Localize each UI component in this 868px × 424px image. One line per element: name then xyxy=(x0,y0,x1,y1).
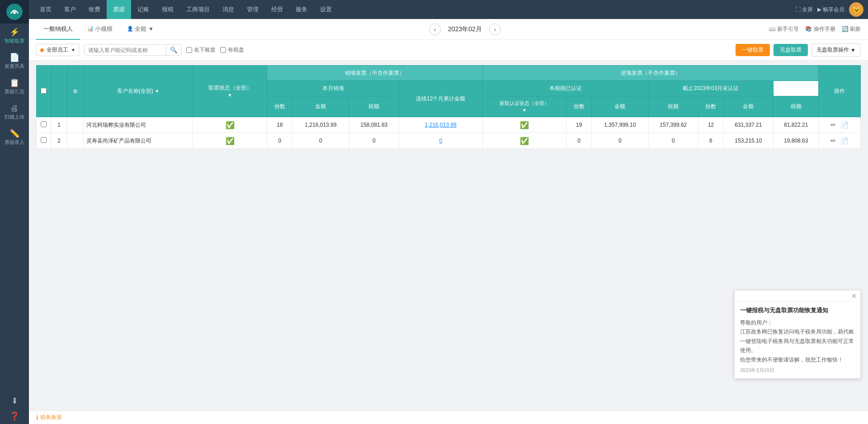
table-body: 1 河北柯瑞桦实业有限公司 ✅ 18 1,216,013.99 158,081.… xyxy=(37,117,861,149)
tabs-row: 一般纳税人 📊 小规模 👤 全能 ▼ ‹ 2023年02月 › xyxy=(29,19,868,40)
more-ops-icon: ▼ xyxy=(850,47,856,53)
row-sales-12m-0: 1,216,013.99 xyxy=(399,117,482,133)
th-uncert-tax: 税额 xyxy=(774,96,819,117)
nav-operation[interactable]: 经营 xyxy=(265,0,289,19)
printer-icon: 🖨 xyxy=(10,104,19,112)
all-icon: 👤 xyxy=(127,26,133,32)
nav-home[interactable]: 首页 xyxy=(33,0,58,19)
prev-period-btn[interactable]: ‹ xyxy=(429,24,441,35)
row-cert-count-0: 19 xyxy=(566,117,592,133)
sidebar-item-data-entry[interactable]: ✏️ 票据录入 xyxy=(0,125,29,150)
user-avatar[interactable]: 🐱 xyxy=(849,2,863,17)
nav-settings[interactable]: 设置 xyxy=(314,0,338,19)
row-sales-12m-1: 0 xyxy=(399,133,482,149)
th-uncert-amount: 金额 xyxy=(723,96,773,117)
clipboard-icon: 📋 xyxy=(9,79,19,87)
view-btn-0[interactable]: 📄 xyxy=(839,120,850,129)
sales-12m-link-0[interactable]: 1,216,013.99 xyxy=(425,122,457,128)
staff-dropdown-icon: ▼ xyxy=(71,48,75,52)
cert-filter-icon[interactable]: ▼ xyxy=(522,108,527,113)
row-status-0: ✅ xyxy=(193,117,267,133)
tax-disk-checkbox-label[interactable]: 有税盘 xyxy=(220,46,244,54)
info-icon: ℹ xyxy=(36,414,38,421)
row-checkbox-1[interactable] xyxy=(41,137,47,143)
one-click-fetch-btn[interactable]: 一键取票 xyxy=(736,44,770,56)
sales-12m-link-1[interactable]: 0 xyxy=(439,138,442,144)
th-cert-status: 获取认证状态（全部） ▼ xyxy=(482,96,566,117)
row-sales-tax-1: 0 xyxy=(349,133,399,149)
more-ops-btn[interactable]: 无盘取票操作 ▼ xyxy=(811,43,861,57)
notif-apology: 给您带来的不便敬请谅解，祝您工作愉快！ xyxy=(740,355,855,364)
nav-client[interactable]: 客户 xyxy=(58,0,82,19)
new-guide-btn[interactable]: 📖 新手引导 xyxy=(769,25,799,33)
refresh-btn[interactable]: 🔄 刷新 xyxy=(842,25,861,33)
guide-icon: 📖 xyxy=(769,26,776,32)
tax-policy-link[interactable]: ℹ 税务政策 xyxy=(36,414,861,421)
select-all-checkbox[interactable] xyxy=(41,88,47,94)
notif-close-btn[interactable]: ✕ xyxy=(851,292,857,300)
notif-date: 2023年3月20日 xyxy=(740,367,855,374)
row-uncert-tax-1: 19,808.63 xyxy=(774,133,819,149)
member-btn[interactable]: ▶ 畅享会员 xyxy=(817,6,844,14)
search-input[interactable] xyxy=(85,45,166,55)
tab-all-more[interactable]: ▼ xyxy=(148,26,154,32)
notif-main-text: 江苏政务网已恢复访问电子税务局功能，易代账一键登陆电子税务局与无盘取票相关功能可… xyxy=(740,327,855,355)
nav-invoice[interactable]: 票据 xyxy=(107,0,131,19)
view-btn-1[interactable]: 📄 xyxy=(839,136,850,145)
cert-status-icon-1: ✅ xyxy=(520,137,529,145)
nav-biz[interactable]: 工商项目 xyxy=(180,0,216,19)
sidebar-item-invoice-summary[interactable]: 📋 票据汇总 xyxy=(0,74,29,100)
nav-message[interactable]: 消息 xyxy=(216,0,241,19)
tab-small[interactable]: 📊 小规模 xyxy=(80,19,120,40)
row-checkbox-cell xyxy=(37,133,51,149)
sidebar-item-help[interactable]: ❓ xyxy=(0,409,29,424)
notif-title: 一键报税与无盘取票功能恢复通知 xyxy=(740,306,855,314)
staff-select[interactable]: 全部员工 ▼ xyxy=(36,44,80,56)
th-sales-12m: 连续12个月累计金额 xyxy=(399,81,482,117)
app-logo[interactable] xyxy=(0,0,29,24)
sidebar-item-invoice-open[interactable]: 📄 发票开具 xyxy=(0,49,29,74)
manual-btn[interactable]: 📚 操作手册 xyxy=(805,25,835,33)
sidebar-item-scan-upload[interactable]: 🖨 扫描上传 xyxy=(0,100,29,125)
status-filter-icon[interactable]: ▼ xyxy=(228,93,232,98)
th-purchase-certified: 本税期已认证 xyxy=(482,81,648,96)
th-purchase-group: 进项发票（不含作废票） xyxy=(482,66,819,81)
tax-disk-checkbox[interactable] xyxy=(220,47,226,53)
sidebar-item-smart-fetch[interactable]: ⚡ 智能取票 xyxy=(0,24,29,49)
edit-btn-1[interactable]: ✏ xyxy=(829,136,838,145)
next-period-btn[interactable]: › xyxy=(489,24,501,35)
row-action-0: ✏ 📄 xyxy=(819,117,861,133)
edit-btn-0[interactable]: ✏ xyxy=(829,120,838,129)
search-button[interactable]: 🔍 xyxy=(166,45,181,55)
sidebar-item-download[interactable]: ⬇ xyxy=(0,393,29,409)
lightning-icon: ⚡ xyxy=(9,28,19,36)
row-action-1: ✏ 📄 xyxy=(819,133,861,149)
row-checkbox-0[interactable] xyxy=(41,121,47,127)
no-disk-fetch-btn[interactable]: 无盘取票 xyxy=(774,44,808,56)
row-status-1: ✅ xyxy=(193,133,267,149)
nav-collection[interactable]: 收费 xyxy=(82,0,107,19)
help-icon: ❓ xyxy=(9,412,19,420)
row-cert-tax-1: 0 xyxy=(648,133,698,149)
tab-all[interactable]: 👤 全能 ▼ xyxy=(120,19,161,40)
download-icon: ⬇ xyxy=(11,397,18,405)
th-checkbox xyxy=(37,66,51,117)
row-company-1: 灵寿县尚泽矿产品有限公司 xyxy=(84,133,193,149)
th-cert-count: 份数 xyxy=(566,96,592,117)
fullscreen-btn[interactable]: ⛶ 全屏 xyxy=(795,6,813,14)
sidebar: ⚡ 智能取票 📄 发票开具 📋 票据汇总 🖨 扫描上传 ✏️ 票据录入 ⬇ ❓ xyxy=(0,0,29,424)
nav-service[interactable]: 服务 xyxy=(289,0,314,19)
staff-dot xyxy=(40,48,44,52)
filter-icon[interactable]: ▼ xyxy=(155,89,159,94)
th-cert-amount: 金额 xyxy=(592,96,648,117)
settings-icon[interactable]: ⚙ xyxy=(73,88,78,95)
nav-admin[interactable]: 管理 xyxy=(241,0,265,19)
nav-accounting[interactable]: 记账 xyxy=(131,0,156,19)
nav-tax[interactable]: 报税 xyxy=(156,0,180,19)
notification-popup: ✕ 一键报税与无盘取票功能恢复通知 尊敬的用户： 江苏政务网已恢复访问电子税务局… xyxy=(734,290,861,379)
invoice-table: ⚙ 客户名称(全部) ▼ 取票状态（全部） ▼ 销项发票（不含作废票） xyxy=(36,65,861,149)
chevron-down-icon: ▼ xyxy=(148,26,154,32)
account-checkbox-label[interactable]: 名下账套 xyxy=(186,46,216,54)
account-checkbox[interactable] xyxy=(186,47,192,53)
tab-general[interactable]: 一般纳税人 xyxy=(36,19,80,40)
